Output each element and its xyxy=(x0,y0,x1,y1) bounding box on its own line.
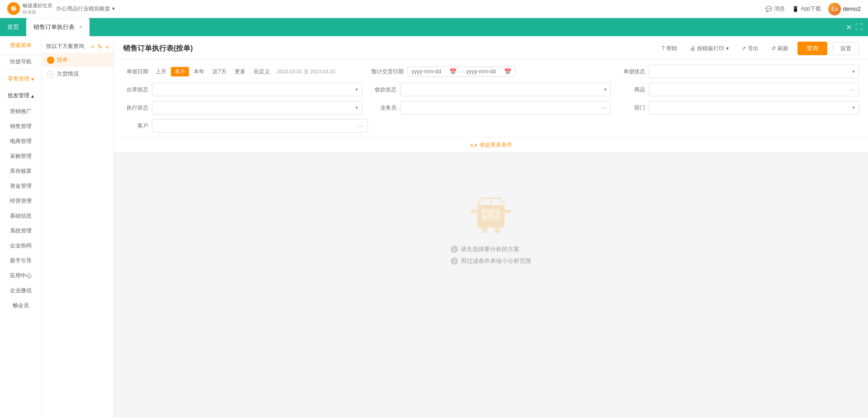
date-btn-this-year[interactable]: 本年 xyxy=(190,67,208,76)
stock-status-select[interactable]: ▾ xyxy=(152,83,362,96)
app-download-label: App下载 xyxy=(801,5,821,13)
scheme-by-debt-label: 欠货情况 xyxy=(57,70,79,78)
date-calendar-icon-start[interactable]: 📅 xyxy=(449,68,457,75)
retail-label: 零售管理 xyxy=(8,75,29,83)
scheme-item-by-debt[interactable]: ○ 欠货情况 xyxy=(42,67,113,81)
filter-date-group: 单据日期 上月 本月 本年 近7天 更多 自定义 2023-03-01 至 20… xyxy=(123,67,362,76)
tab-sales-order[interactable]: 销售订单执行表 × xyxy=(26,18,90,36)
sidebar-item-wechat[interactable]: 企业微信 xyxy=(0,283,41,298)
sales-order-tab-label: 销售订单执行表 xyxy=(33,23,75,31)
date-btn-7days[interactable]: 近7天 xyxy=(209,67,230,76)
empty-illustration xyxy=(468,189,514,234)
date-calendar-icon-end[interactable]: 📅 xyxy=(504,68,511,75)
logo-text-block: 畅捷通好生意 标准版 xyxy=(23,2,52,15)
tab-close-all-icon[interactable]: ✕ xyxy=(846,23,852,32)
customer-label: 客户 xyxy=(123,122,148,130)
tab-expand-icon[interactable]: ⛶ xyxy=(855,23,863,31)
scheme-add-btn[interactable]: + xyxy=(91,43,94,50)
sidebar-item-member[interactable]: 畅会员 xyxy=(0,298,41,313)
search-menu-btn[interactable]: 搜索菜单 xyxy=(3,40,38,51)
salesperson-label: 业务员 xyxy=(371,104,396,112)
filter-expected-date-group: 预计交货日期 📅 — 📅 xyxy=(371,66,610,77)
tip-text-2: 用过滤条件来缩小分析范围 xyxy=(461,255,531,267)
salesperson-select[interactable]: ··· xyxy=(400,101,610,114)
sidebar: 搜索菜单 快捷导航 零售管理 ▾ 批发管理 ▴ 营销推广 销售管理 电商管理 采… xyxy=(0,36,42,418)
expected-date-input-group[interactable]: 📅 — 📅 xyxy=(407,66,515,77)
tab-close-icon[interactable]: × xyxy=(79,24,82,30)
collapse-filters-btn[interactable]: ∧∧ 收起更多条件 xyxy=(114,137,868,152)
sidebar-item-wholesale[interactable]: 批发管理 ▴ xyxy=(0,88,41,103)
date-btn-last-month[interactable]: 上月 xyxy=(152,67,170,76)
sidebar-item-marketing[interactable]: 营销推广 xyxy=(0,104,41,119)
customer-select[interactable]: ··· xyxy=(152,119,368,133)
sidebar-divider-1 xyxy=(4,69,38,70)
sidebar-item-ecommerce[interactable]: 电商管理 xyxy=(0,134,41,149)
stock-status-label: 出库状态 xyxy=(123,86,148,94)
sidebar-item-sales[interactable]: 销售管理 xyxy=(0,119,41,134)
sidebar-item-enterprise[interactable]: 企业协同 xyxy=(0,238,41,253)
app-title-area[interactable]: 办公用品行业模拟账套 ▾ xyxy=(56,5,115,13)
date-btn-custom[interactable]: 自定义 xyxy=(250,67,274,76)
salesperson-more-icon[interactable]: ··· xyxy=(601,104,607,111)
tab-home[interactable]: 首页 xyxy=(0,18,26,36)
refresh-icon: ↺ xyxy=(771,45,776,52)
filter-salesperson-group: 业务员 ··· xyxy=(371,101,610,114)
dropdown-icon[interactable]: ▾ xyxy=(112,5,115,12)
svg-point-5 xyxy=(486,213,488,215)
wechat-label: 企业微信 xyxy=(10,287,32,294)
scheme-panel-header: 按以下方案查询 + ✎ « xyxy=(42,40,113,53)
svg-rect-2 xyxy=(482,209,500,221)
sidebar-item-operation[interactable]: 经营管理 xyxy=(0,194,41,209)
export-btn[interactable]: ↗ 导出 xyxy=(738,43,762,54)
refresh-label: 刷新 xyxy=(778,45,788,52)
help-btn[interactable]: ? 帮助 xyxy=(658,43,681,54)
svg-rect-8 xyxy=(505,209,511,213)
date-btn-this-month[interactable]: 本月 xyxy=(171,67,189,76)
sidebar-item-appcenter[interactable]: 应用中心 xyxy=(0,268,41,283)
app-download-btn[interactable]: 📱 App下载 xyxy=(792,5,821,13)
member-label: 畅会员 xyxy=(13,302,29,309)
payment-status-select[interactable]: ▾ xyxy=(400,83,610,96)
setting-btn[interactable]: 设置 xyxy=(833,42,859,55)
dept-select[interactable]: ▾ xyxy=(649,101,859,114)
goods-select[interactable]: ··· xyxy=(649,83,859,96)
sidebar-group-retail: 零售管理 ▾ xyxy=(0,71,41,87)
newbie-label: 新手引导 xyxy=(10,257,32,264)
quick-nav-btn[interactable]: 快捷导航 xyxy=(0,55,41,68)
sidebar-item-finance[interactable]: 资金管理 xyxy=(0,179,41,194)
sidebar-item-basic[interactable]: 基础信息 xyxy=(0,209,41,223)
scheme-collapse-btn[interactable]: « xyxy=(105,43,109,50)
collapse-label: 收起更多条件 xyxy=(480,141,512,149)
search-btn[interactable]: 查询 xyxy=(797,42,827,55)
scheme-edit-btn[interactable]: ✎ xyxy=(97,43,103,50)
scheme-item-by-order[interactable]: ✓ 按单 xyxy=(42,53,113,67)
filter-exec-status-group: 执行状态 ▾ xyxy=(123,101,362,114)
tip-num-1: 1 xyxy=(451,246,458,253)
message-label: 消息 xyxy=(774,5,785,13)
message-btn[interactable]: 💬 消息 xyxy=(765,5,785,13)
sidebar-item-system[interactable]: 系统管理 xyxy=(0,223,41,238)
page-actions: ? 帮助 🖨 按模板打印 ▾ ↗ 导出 ↺ 刷新 xyxy=(658,42,859,55)
refresh-btn[interactable]: ↺ 刷新 xyxy=(768,43,792,54)
svg-rect-9 xyxy=(482,228,487,233)
sidebar-item-inventory[interactable]: 库存核算 xyxy=(0,164,41,179)
help-icon: ? xyxy=(661,45,665,52)
exec-status-select[interactable]: ▾ xyxy=(152,101,362,114)
goods-more-icon[interactable]: ··· xyxy=(849,86,855,93)
tip-text-1: 请先选择要分析的方案 xyxy=(461,243,519,255)
date-range-display: 2023-03-01 至 2023-03-31 xyxy=(277,68,336,75)
print-btn[interactable]: 🖨 按模板打印 ▾ xyxy=(686,43,732,54)
date-btn-more[interactable]: 更多 xyxy=(231,67,249,76)
expected-date-end-input[interactable] xyxy=(466,68,502,75)
header-right: 💬 消息 📱 App下载 Ea demo2 xyxy=(765,3,861,15)
sidebar-item-purchase[interactable]: 采购管理 xyxy=(0,149,41,164)
print-dropdown-icon[interactable]: ▾ xyxy=(726,45,729,52)
sidebar-item-newbie[interactable]: 新手引导 xyxy=(0,253,41,268)
doc-status-select[interactable]: ▾ xyxy=(649,65,859,78)
doc-status-label: 单据状态 xyxy=(620,68,645,76)
customer-more-icon[interactable]: ··· xyxy=(359,122,364,129)
retail-chevron: ▾ xyxy=(31,76,34,82)
expected-date-start-input[interactable] xyxy=(411,68,448,75)
sidebar-item-retail[interactable]: 零售管理 ▾ xyxy=(0,71,41,86)
user-area[interactable]: Ea demo2 xyxy=(828,3,861,15)
